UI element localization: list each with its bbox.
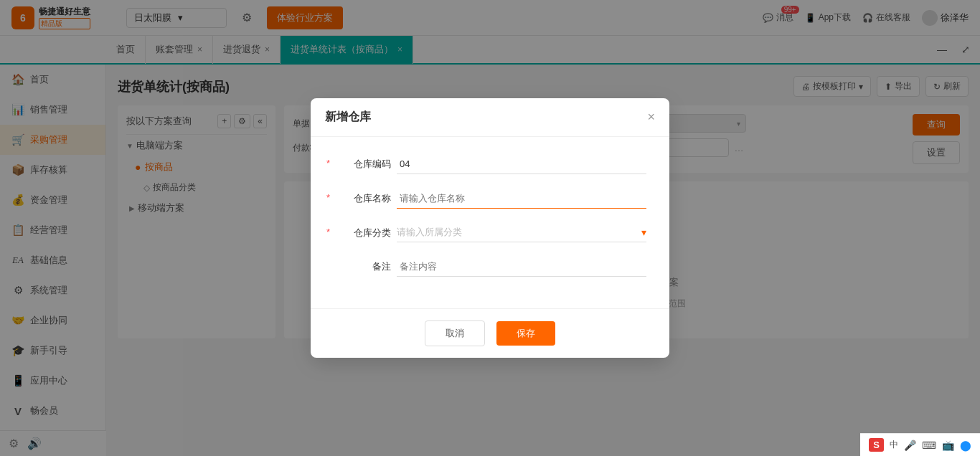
- name-input[interactable]: [397, 189, 646, 209]
- note-input[interactable]: [397, 257, 646, 277]
- name-label: 仓库名称: [334, 192, 391, 205]
- note-label: 备注: [334, 260, 391, 273]
- modal-header: 新增仓库 ×: [311, 98, 669, 137]
- circle-icon[interactable]: ⬤: [960, 440, 971, 451]
- form-row-name: 仓库名称: [334, 189, 646, 209]
- category-placeholder: 请输入所属分类: [397, 226, 641, 239]
- new-warehouse-modal: 新增仓库 × 仓库编码 仓库名称 仓库分类 请输入所属分类 ▾: [311, 98, 669, 358]
- form-row-note: 备注: [334, 257, 646, 277]
- mic-icon[interactable]: 🎤: [904, 440, 916, 451]
- category-label: 仓库分类: [334, 227, 391, 239]
- cancel-button[interactable]: 取消: [425, 320, 485, 346]
- monitor-icon[interactable]: 📺: [942, 440, 954, 451]
- modal-title: 新增仓库: [325, 110, 371, 125]
- keyboard-icon[interactable]: ⌨: [922, 440, 936, 451]
- modal-body: 仓库编码 仓库名称 仓库分类 请输入所属分类 ▾ 备注: [311, 137, 669, 308]
- s-logo-bar: S 中 🎤 ⌨ 📺 ⬤: [860, 433, 980, 456]
- modal-overlay[interactable]: 新增仓库 × 仓库编码 仓库名称 仓库分类 请输入所属分类 ▾: [0, 0, 980, 456]
- category-dropdown-icon[interactable]: ▾: [641, 227, 646, 238]
- zhong-label: 中: [890, 439, 898, 451]
- s-bar-icons: 🎤 ⌨ 📺 ⬤: [904, 440, 971, 451]
- s-logo: S: [869, 438, 884, 452]
- code-input[interactable]: [397, 154, 646, 174]
- save-button[interactable]: 保存: [496, 321, 555, 346]
- form-row-category: 仓库分类 请输入所属分类 ▾: [334, 223, 646, 242]
- form-row-code: 仓库编码: [334, 154, 646, 174]
- code-label: 仓库编码: [334, 158, 391, 171]
- modal-close-button[interactable]: ×: [647, 110, 655, 125]
- category-wrap: 请输入所属分类 ▾: [397, 223, 646, 242]
- modal-footer: 取消 保存: [311, 308, 669, 358]
